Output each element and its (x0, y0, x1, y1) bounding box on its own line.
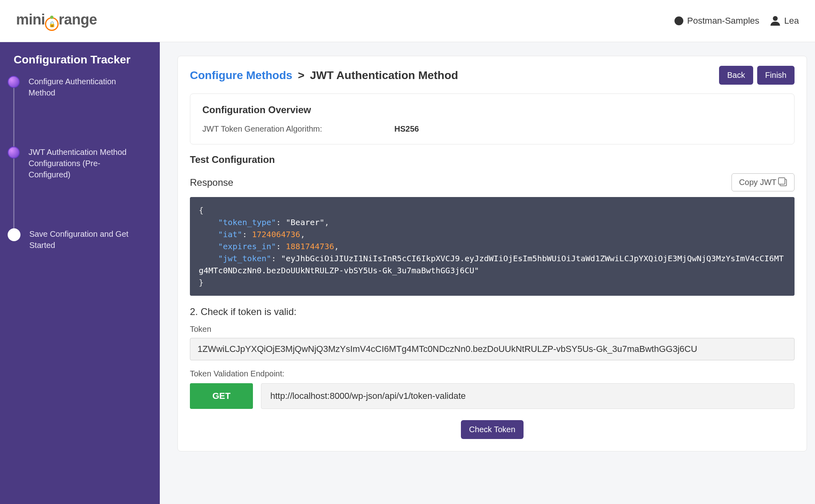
back-button[interactable]: Back (719, 66, 753, 85)
response-label: Response (190, 177, 233, 188)
postman-label: Postman-Samples (687, 16, 760, 26)
logo[interactable]: mini🔒range (16, 11, 97, 31)
main-content: Configure Methods > JWT Authentication M… (160, 42, 815, 504)
topbar: mini🔒range Postman-Samples Lea (0, 0, 815, 42)
copy-jwt-label: Copy JWT (739, 178, 776, 187)
breadcrumb-current: JWT Authentication Method (310, 69, 458, 81)
user-dropdown[interactable]: Lea (770, 16, 799, 26)
breadcrumb-sep: > (298, 69, 304, 81)
finish-button[interactable]: Finish (757, 66, 795, 85)
logo-post: range (59, 11, 97, 28)
breadcrumb-root-link[interactable]: Configure Methods (190, 69, 292, 81)
copy-icon (780, 179, 787, 186)
token-label: Token (190, 325, 795, 334)
http-method-badge: GET (190, 383, 253, 409)
postman-icon (674, 16, 683, 25)
endpoint-label: Token Validation Endpoint: (190, 369, 795, 378)
step-marker-icon (8, 228, 20, 241)
topbar-right: Postman-Samples Lea (674, 16, 799, 26)
check-token-button[interactable]: Check Token (461, 420, 523, 439)
step-2-label: JWT Authentication Method Configurations… (29, 146, 141, 180)
logo-pre: mini (16, 11, 45, 28)
algo-value: HS256 (394, 124, 419, 134)
step-marker-icon (8, 146, 20, 159)
user-label: Lea (784, 16, 799, 26)
step-1-label: Configure Authentication Method (29, 76, 141, 98)
copy-jwt-button[interactable]: Copy JWT (731, 173, 795, 191)
postman-samples-link[interactable]: Postman-Samples (674, 16, 760, 26)
logo-orange-o: 🔒 (45, 11, 59, 31)
tracker-step-3[interactable]: Save Configuration and Get Started (27, 228, 148, 251)
config-overview-card: Configuration Overview JWT Token Generat… (190, 93, 795, 144)
tracker-step-1[interactable]: Configure Authentication Method (27, 76, 148, 146)
test-config-title: Test Configuration (190, 154, 795, 165)
breadcrumb: Configure Methods > JWT Authentication M… (190, 69, 458, 82)
endpoint-url[interactable]: http://localhost:8000/wp-json/api/v1/tok… (261, 383, 795, 409)
config-overview-title: Configuration Overview (202, 104, 782, 116)
step-marker-icon (8, 76, 20, 88)
step-3-label: Save Configuration and Get Started (29, 228, 142, 251)
user-icon (770, 16, 780, 26)
response-json[interactable]: { "token_type": "Bearer", "iat": 1724064… (190, 197, 795, 296)
tracker-step-2[interactable]: JWT Authentication Method Configurations… (27, 146, 148, 228)
sidebar-title: Configuration Tracker (14, 53, 148, 66)
sidebar: Configuration Tracker Configure Authenti… (0, 42, 160, 504)
algo-label: JWT Token Generation Algorithm: (202, 124, 322, 134)
check-token-heading: 2. Check if token is valid: (190, 306, 795, 317)
token-input[interactable] (190, 338, 795, 360)
